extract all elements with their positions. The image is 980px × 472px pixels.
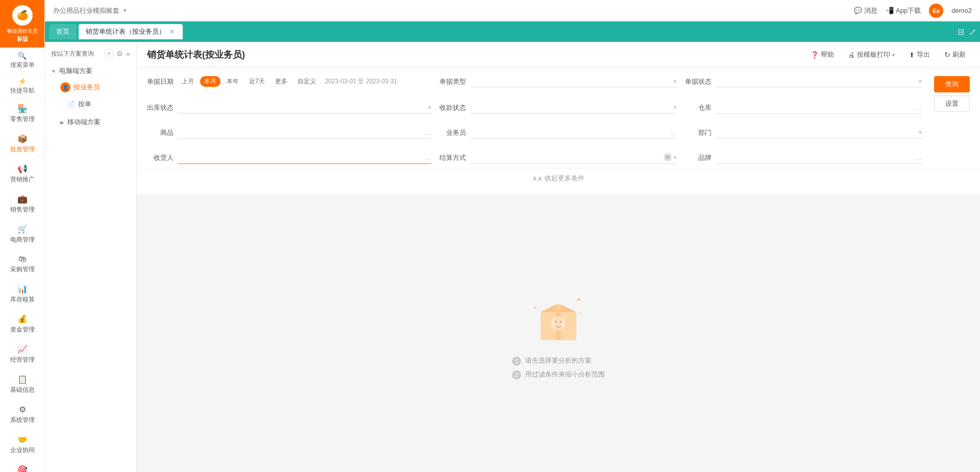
payment-status-dropdown-icon[interactable]: ▾ — [674, 104, 677, 111]
help-icon: ❓ — [811, 51, 819, 59]
settlement-clear-icon[interactable]: ✕ — [664, 153, 672, 161]
tab-close-icon[interactable]: ✕ — [168, 28, 176, 35]
help-btn[interactable]: ❓ 帮助 — [806, 48, 838, 61]
step2-text: 用过滤条件来缩小分析范围 — [525, 370, 605, 379]
add-scheme-icon[interactable]: + — [104, 49, 113, 58]
date-range-text: 2023-03-01 至 2023-03-31 — [325, 77, 397, 86]
tab-minimize-icon[interactable]: ⊟ — [958, 27, 964, 37]
sidebar-item-system[interactable]: ⚙ 系统管理 — [0, 399, 44, 430]
settlement-control: ✕ ▾ — [470, 151, 676, 164]
message-btn[interactable]: 💬 消息 — [854, 6, 877, 15]
doc-status-dropdown-icon[interactable]: ▾ — [919, 78, 922, 85]
user-name[interactable]: demo2 — [951, 7, 972, 14]
date-tab-more[interactable]: 更多 — [271, 76, 291, 87]
product-more-icon[interactable]: … — [424, 128, 431, 136]
shortcut-label: 快捷导航 — [10, 87, 35, 94]
step1-num: 1 — [512, 357, 521, 366]
sidebar-item-wholesale[interactable]: 📦 批发管理 — [0, 129, 44, 159]
sidebar-item-inventory[interactable]: 📊 库存核算 — [0, 279, 44, 309]
settings-scheme-icon[interactable]: ⚙ — [116, 50, 123, 58]
header-dropdown-arrow[interactable]: ▾ — [124, 7, 127, 14]
left-panel-item-order[interactable]: 📄 按单 — [45, 96, 136, 112]
date-tab-current-month[interactable]: 本月 — [200, 76, 220, 87]
sidebar-item-purchase[interactable]: 🛍 采购管理 — [0, 249, 44, 279]
collapse-btn[interactable]: ∧∧ 收起更多条件 — [526, 172, 591, 185]
sidebar-item-finance[interactable]: 💰 资金管理 — [0, 309, 44, 339]
left-panel-header: 按以下方案查询 + ⚙ « — [45, 46, 136, 61]
warehouse-label: 仓库 — [685, 103, 712, 112]
mobile-section-label: 移动端方案 — [67, 117, 101, 127]
recipient-control[interactable]: … — [178, 151, 431, 164]
app-download-btn[interactable]: 📲 App下载 — [886, 6, 921, 15]
finance-icon: 💰 — [17, 314, 28, 324]
empty-steps: 1 请先选择要分析的方案 2 用过滤条件来缩小分析范围 — [512, 356, 605, 380]
print-dropdown-arrow[interactable]: ▾ — [892, 52, 895, 58]
page-header: 销货单统计表(按业务员) ❓ 帮助 🖨 按模板打印 ▾ ⬆ — [137, 42, 980, 68]
sidebar-item-marketing[interactable]: 📢 营销推广 — [0, 159, 44, 189]
settlement-label: 结算方式 — [439, 153, 466, 162]
tab-home[interactable]: 首页 — [49, 24, 77, 39]
export-btn[interactable]: ⬆ 导出 — [905, 48, 934, 61]
sidebar-item-retail[interactable]: 🏪 零售管理 — [0, 99, 44, 129]
filter-settlement-item: 结算方式 ✕ ▾ — [439, 151, 676, 164]
salesperson-more-icon[interactable]: … — [670, 128, 677, 136]
recipient-label: 收货人 — [147, 153, 174, 162]
user-avatar[interactable]: Ea — [929, 4, 943, 18]
settings-button[interactable]: 设置 — [934, 96, 970, 112]
ecommerce-icon: 🛒 — [17, 224, 28, 234]
date-tab-current-year[interactable]: 本年 — [223, 76, 243, 87]
date-tab-custom[interactable]: 自定义 — [293, 76, 320, 87]
desktop-arrow-icon: ▼ — [51, 68, 56, 74]
date-tab-last7[interactable]: 近7天 — [245, 76, 269, 87]
sidebar-item-enterprise[interactable]: 🤝 企业协同 — [0, 430, 44, 460]
payment-status-control[interactable]: ▾ — [470, 102, 676, 113]
out-status-control[interactable]: ▾ — [178, 102, 431, 113]
filter-row-1: 单据日期 上月 本月 本年 近7天 更多 — [147, 74, 922, 89]
warehouse-control[interactable]: … — [716, 101, 922, 114]
tab-sales-label: 销货单统计表（按业务员） — [86, 27, 165, 36]
date-tab-prev-month[interactable]: 上月 — [178, 76, 198, 87]
department-control[interactable]: ▾ — [716, 127, 922, 138]
collapse-panel-icon[interactable]: « — [126, 50, 130, 58]
data-area: ✦ ✦ ✦ 1 请先选择要分析的方案 2 用过滤条件来缩小分析范围 — [137, 194, 980, 472]
salesperson-item-icon: 👤 — [60, 82, 70, 92]
out-status-dropdown-icon[interactable]: ▾ — [428, 104, 431, 111]
brand-more-icon[interactable]: … — [915, 153, 922, 161]
marketing-icon: 📢 — [17, 164, 28, 174]
salesperson-control[interactable]: … — [470, 126, 676, 139]
doc-status-label: 单据状态 — [685, 77, 712, 86]
left-panel-item-salesperson[interactable]: 👤 按业务员 — [45, 79, 136, 96]
query-button[interactable]: 查询 — [934, 76, 970, 92]
sidebar-item-sales[interactable]: 💼 销售管理 — [0, 189, 44, 219]
recipient-more-icon[interactable]: … — [424, 153, 431, 161]
filter-row-2: 出库状态 ▾ 收款状态 ▾ — [147, 101, 922, 114]
sidebar-logo[interactable]: 🍊 畅捷通好生意 标版 — [0, 0, 44, 48]
sidebar-item-basic[interactable]: 📋 基础信息 — [0, 369, 44, 399]
sidebar-search[interactable]: 🔍 搜索菜单 — [0, 48, 44, 74]
template-print-btn[interactable]: 🖨 按模板打印 ▾ — [844, 48, 899, 61]
sidebar-item-operations[interactable]: 📈 经营管理 — [0, 339, 44, 369]
filter-doc-type-item: 单据类型 ▾ — [439, 76, 676, 87]
salesperson-item-label: 按业务员 — [74, 83, 100, 92]
doc-status-control[interactable]: ▾ — [716, 76, 922, 87]
tab-expand-icon[interactable]: ⤢ — [969, 27, 976, 37]
department-dropdown-icon[interactable]: ▾ — [919, 129, 922, 136]
sidebar-shortcut[interactable]: ⚡ 快捷导航 — [0, 74, 44, 99]
doc-type-control[interactable]: ▾ — [470, 76, 676, 87]
sidebar-item-ecommerce[interactable]: 🛒 电商管理 — [0, 219, 44, 249]
settlement-dropdown-icon[interactable]: ▾ — [674, 154, 677, 161]
sidebar-item-newbie[interactable]: 🎯 新手引导 — [0, 460, 44, 472]
refresh-btn[interactable]: ↻ 刷新 — [940, 48, 970, 61]
brand-control[interactable]: … — [716, 151, 922, 164]
product-control[interactable]: … — [178, 126, 431, 139]
step2-num: 2 — [512, 370, 521, 380]
empty-step-1: 1 请先选择要分析的方案 — [512, 356, 605, 366]
warehouse-more-icon[interactable]: … — [915, 103, 922, 111]
doc-type-dropdown-icon[interactable]: ▾ — [674, 78, 677, 85]
department-label: 部门 — [685, 128, 712, 137]
message-icon: 💬 — [854, 7, 862, 14]
left-panel-desktop-header[interactable]: ▼ 电脑端方案 — [45, 63, 136, 79]
empty-step-2: 2 用过滤条件来缩小分析范围 — [512, 370, 605, 380]
tab-sales-stat[interactable]: 销货单统计表（按业务员） ✕ — [79, 24, 183, 39]
left-panel-mobile-header[interactable]: ▶ 移动端方案 — [45, 114, 136, 130]
